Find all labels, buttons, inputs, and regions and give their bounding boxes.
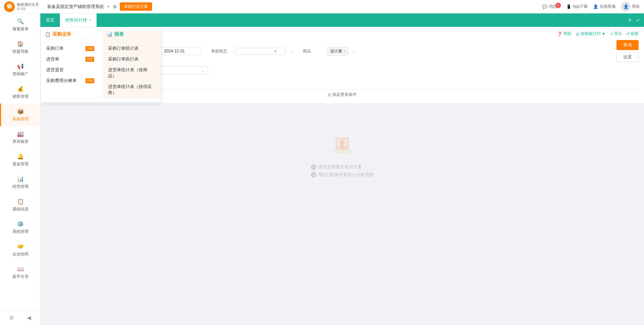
sidebar-item-basic[interactable]: 📋 基础信息 [0, 194, 40, 216]
user-avatar: 👤 [621, 2, 631, 11]
sidebar-item-finance[interactable]: 🔔 资金管理 [0, 149, 40, 171]
main-layout: 🔍 搜索菜单 🏠 快捷导航 📢 营销推广 💰 销售管理 📦 采购管理 🏭 库存核… [0, 13, 644, 325]
system-dropdown-arrow[interactable]: ▼ [107, 5, 110, 8]
sidebar-settings-icon[interactable]: ⚙ [8, 313, 15, 322]
system-settings-icon[interactable]: ⚙ [113, 4, 117, 9]
page-content: 📋 采购业务 采购订单 历史 进货单 历史 进货退货 [40, 27, 644, 325]
marketing-icon: 📢 [17, 63, 24, 70]
sidebar-item-inventory[interactable]: 🏭 库存核算 [0, 126, 40, 149]
basic-icon: 📋 [17, 198, 24, 205]
menu-item-po-exec[interactable]: 采购订单执行表 [107, 54, 157, 65]
header-center: 装备及固定资产辅助管理系统 ▼ ⚙ 体验行业方案 [47, 2, 540, 11]
sidebar-bottom: ⚙ ◀ [0, 310, 40, 325]
tab-close-icon[interactable]: × [89, 18, 91, 22]
operations-icon: 📊 [17, 175, 24, 182]
message-icon: 💬 [542, 4, 547, 9]
sidebar-item-system[interactable]: ⚙️ 系统管理 [0, 216, 40, 239]
home-icon: 🏠 [17, 40, 24, 47]
purchase-col-icon: 📋 [45, 32, 50, 37]
system-title: 装备及固定资产辅助管理系统 [47, 4, 104, 10]
report-col-title: 📊 报表 [107, 31, 157, 40]
notification-badge: 9 [556, 3, 561, 8]
sidebar-item-purchase[interactable]: 📦 采购管理 [0, 104, 40, 126]
menu-item-inbound-by-goods[interactable]: 进货单统计表（按商品） [107, 65, 157, 81]
logo-icon: 畅 [4, 1, 15, 12]
history-badge-1: 历史 [85, 57, 94, 62]
menu-item-purchase-inbound[interactable]: 进货单 历史 [45, 54, 96, 65]
sidebar-item-quick[interactable]: 🏠 快捷导航 [0, 36, 40, 58]
service-icon: 👤 [593, 4, 598, 9]
tab-expand-btn[interactable]: ⤢ [635, 16, 641, 24]
sales-icon: 💰 [17, 85, 24, 92]
history-badge-0: 历史 [85, 46, 94, 51]
finance-icon: 🔔 [17, 153, 24, 160]
system-icon: ⚙️ [17, 220, 24, 228]
mobile-icon: 📱 [566, 4, 571, 9]
menu-item-purchase-return[interactable]: 进货退货 [45, 65, 96, 75]
purchase-dropdown-menu: 📋 采购业务 采购订单 历史 进货单 历史 进货退货 [40, 27, 162, 103]
report-col: 📊 报表 采购订单统计表 采购订单执行表 进货单统计表（按商品） 进货单统计表（… [103, 31, 162, 98]
message-action[interactable]: 💬 消息 9 [542, 4, 561, 9]
logo-badge: 标准版 [17, 7, 39, 11]
top-header: 畅 畅捷通好生意 标准版 装备及固定资产辅助管理系统 ▼ ⚙ 体验行业方案 💬 … [0, 0, 644, 13]
purchase-col-title: 📋 采购业务 [45, 31, 96, 40]
enterprise-icon: 🤝 [17, 243, 24, 250]
purchase-icon: 📦 [17, 108, 24, 115]
menu-item-purchase-expense[interactable]: 采购费用分摊单 历史 [45, 75, 96, 86]
guide-icon: 📖 [17, 265, 24, 273]
report-col-icon: 📊 [107, 32, 112, 37]
purchase-col: 📋 采购业务 采购订单 历史 进货单 历史 进货退货 [41, 31, 100, 98]
sidebar-collapse-icon[interactable]: ◀ [26, 313, 32, 322]
sidebar-item-operations[interactable]: 📊 经营管理 [0, 171, 40, 194]
logo-text: 畅捷通好生意 [17, 2, 39, 7]
app-download-action[interactable]: 📱 App下载 [566, 4, 588, 9]
inventory-icon: 🏭 [17, 130, 24, 137]
menu-item-inbound-by-supplier[interactable]: 进货单统计表（按供应商） [107, 81, 157, 98]
tab-close-btn[interactable]: ✕ [627, 16, 633, 24]
sidebar-item-enterprise[interactable]: 🤝 企业协同 [0, 239, 40, 261]
menu-item-po-stats[interactable]: 采购订单统计表 [107, 43, 157, 54]
sidebar: 🔍 搜索菜单 🏠 快捷导航 📢 营销推广 💰 销售管理 📦 采购管理 🏭 库存核… [0, 13, 40, 325]
tab-bar-right: ✕ ⤢ [627, 16, 644, 24]
tab-home[interactable]: 首页 [40, 13, 60, 27]
sidebar-item-marketing[interactable]: 📢 营销推广 [0, 58, 40, 81]
sidebar-item-search[interactable]: 🔍 搜索菜单 [0, 13, 40, 36]
header-right: 💬 消息 9 📱 App下载 👤 在线客服 👤 用友 [542, 2, 640, 11]
sidebar-item-sales[interactable]: 💰 销售管理 [0, 81, 40, 104]
tab-bar: 首页 销售排行榜 × ✕ ⤢ [40, 13, 644, 27]
tab-sales-rank[interactable]: 销售排行榜 × [60, 13, 97, 27]
menu-item-purchase-order[interactable]: 采购订单 历史 [45, 43, 96, 54]
menu-divider [101, 31, 101, 98]
content-area: 首页 销售排行榜 × ✕ ⤢ 📋 采购业务 [40, 13, 644, 325]
online-service-action[interactable]: 👤 在线客服 [593, 4, 616, 9]
industry-btn[interactable]: 体验行业方案 [120, 2, 152, 11]
logo-area: 畅 畅捷通好生意 标准版 [4, 1, 44, 12]
search-icon: 🔍 [17, 17, 24, 25]
user-action[interactable]: 👤 用友 [621, 2, 640, 11]
history-badge-3: 历史 [85, 78, 94, 83]
sidebar-item-guide[interactable]: 📖 新手引导 [0, 261, 40, 284]
